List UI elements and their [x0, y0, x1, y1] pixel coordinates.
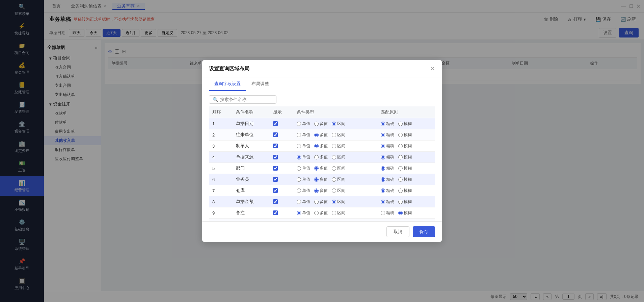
- cell-match-1: 精确模糊: [377, 118, 435, 129]
- type-radio-单值-4[interactable]: [297, 155, 301, 159]
- display-checkbox-7[interactable]: [273, 188, 278, 193]
- cell-order-1: 1: [209, 118, 233, 129]
- type-radio-多值-6[interactable]: [314, 177, 319, 182]
- cell-display-7: [270, 185, 293, 196]
- cell-display-9: [270, 207, 293, 219]
- modal-search-input[interactable]: [220, 97, 273, 102]
- type-radio-区间-9[interactable]: [332, 211, 336, 215]
- type-radio-多值-3[interactable]: [314, 144, 319, 148]
- type-radio-区间-4[interactable]: [332, 155, 336, 159]
- type-radio-单值-7[interactable]: [297, 188, 301, 193]
- cell-match-6: 精确模糊: [377, 174, 435, 185]
- match-radio-模糊-5[interactable]: [398, 166, 403, 171]
- display-checkbox-3[interactable]: [273, 144, 278, 148]
- modal-close-button[interactable]: ✕: [430, 65, 435, 72]
- cell-order-6: 6: [209, 174, 233, 185]
- type-radio-单值-1[interactable]: [297, 122, 301, 126]
- cell-match-8: 精确模糊: [377, 196, 435, 207]
- type-radio-区间-6[interactable]: [332, 177, 336, 182]
- display-checkbox-4[interactable]: [273, 155, 278, 159]
- type-radio-区间-7[interactable]: [332, 188, 336, 193]
- cell-match-4: 精确模糊: [377, 152, 435, 163]
- cell-name-3: 制单人: [233, 141, 270, 152]
- cell-name-5: 部门: [233, 163, 270, 174]
- display-checkbox-8[interactable]: [273, 199, 278, 204]
- modal-search-box: 🔍: [209, 95, 276, 104]
- type-radio-多值-8[interactable]: [314, 200, 319, 204]
- cell-display-5: [270, 163, 293, 174]
- cell-order-9: 9: [209, 207, 233, 219]
- modal-row-9: 9备注单值多值区间精确模糊: [209, 207, 435, 219]
- type-radio-多值-5[interactable]: [314, 166, 319, 171]
- cell-type-8: 单值多值区间: [293, 196, 378, 207]
- type-radio-区间-5[interactable]: [332, 166, 336, 171]
- type-radio-区间-8[interactable]: [332, 200, 336, 204]
- cell-match-9: 精确模糊: [377, 207, 435, 219]
- match-radio-精确-3[interactable]: [381, 144, 385, 148]
- display-checkbox-9[interactable]: [273, 210, 278, 215]
- type-radio-单值-2[interactable]: [297, 133, 301, 137]
- cell-name-6: 业务员: [233, 174, 270, 185]
- type-radio-多值-7[interactable]: [314, 188, 319, 193]
- cell-type-6: 单值多值区间: [293, 174, 378, 185]
- cell-match-3: 精确模糊: [377, 141, 435, 152]
- cell-type-9: 单值多值区间: [293, 207, 378, 219]
- cell-display-3: [270, 141, 293, 152]
- cell-type-2: 单值多值区间: [293, 129, 378, 141]
- match-radio-模糊-6[interactable]: [398, 177, 403, 182]
- type-radio-区间-2[interactable]: [332, 133, 336, 137]
- cell-name-1: 单据日期: [233, 118, 270, 129]
- modal-col-顺序: 顺序: [209, 106, 233, 118]
- type-radio-单值-8[interactable]: [297, 200, 301, 204]
- match-radio-精确-9[interactable]: [381, 211, 385, 215]
- modal-save-button[interactable]: 保存: [413, 226, 435, 237]
- match-radio-精确-4[interactable]: [381, 155, 385, 159]
- modal-row-3: 3制单人单值多值区间精确模糊: [209, 141, 435, 152]
- type-radio-多值-9[interactable]: [314, 211, 319, 215]
- match-radio-模糊-2[interactable]: [398, 133, 403, 137]
- cell-type-1: 单值多值区间: [293, 118, 378, 129]
- match-radio-模糊-4[interactable]: [398, 155, 403, 159]
- type-radio-区间-3[interactable]: [332, 144, 336, 148]
- match-radio-模糊-7[interactable]: [398, 188, 403, 193]
- type-radio-多值-1[interactable]: [314, 122, 319, 126]
- match-radio-精确-1[interactable]: [381, 122, 385, 126]
- modal-tab-fields[interactable]: 查询字段设置: [209, 77, 246, 91]
- match-radio-模糊-1[interactable]: [398, 122, 403, 126]
- modal-row-4: 4单据来源单值多值区间精确模糊: [209, 152, 435, 163]
- modal-row-5: 5部门单值多值区间精确模糊: [209, 163, 435, 174]
- modal-overlay[interactable]: 设置查询区域布局 ✕ 查询字段设置布局调整 🔍 顺序条件名称显示条件类型匹配原则…: [0, 0, 644, 302]
- match-radio-精确-7[interactable]: [381, 188, 385, 193]
- modal-row-2: 2往来单位单值多值区间精确模糊: [209, 129, 435, 141]
- cell-match-5: 精确模糊: [377, 163, 435, 174]
- type-radio-单值-6[interactable]: [297, 177, 301, 182]
- cell-order-8: 8: [209, 196, 233, 207]
- cell-type-5: 单值多值区间: [293, 163, 378, 174]
- match-radio-精确-8[interactable]: [381, 200, 385, 204]
- modal-tab-layout[interactable]: 布局调整: [246, 77, 274, 91]
- match-radio-精确-2[interactable]: [381, 133, 385, 137]
- cell-order-2: 2: [209, 129, 233, 141]
- match-radio-模糊-3[interactable]: [398, 144, 403, 148]
- modal-tabs: 查询字段设置布局调整: [202, 77, 442, 91]
- cell-order-5: 5: [209, 163, 233, 174]
- type-radio-单值-3[interactable]: [297, 144, 301, 148]
- type-radio-区间-1[interactable]: [332, 122, 336, 126]
- match-radio-模糊-9[interactable]: [398, 211, 403, 215]
- display-checkbox-1[interactable]: [273, 121, 278, 126]
- display-checkbox-6[interactable]: [273, 177, 278, 182]
- match-radio-精确-6[interactable]: [381, 177, 385, 182]
- display-checkbox-2[interactable]: [273, 132, 278, 137]
- display-checkbox-5[interactable]: [273, 166, 278, 171]
- match-radio-模糊-8[interactable]: [398, 200, 403, 204]
- cell-name-9: 备注: [233, 207, 270, 219]
- cancel-button[interactable]: 取消: [386, 226, 409, 237]
- type-radio-单值-9[interactable]: [297, 211, 301, 215]
- type-radio-多值-2[interactable]: [314, 133, 319, 137]
- type-radio-多值-4[interactable]: [314, 155, 319, 159]
- cell-name-4: 单据来源: [233, 152, 270, 163]
- cell-name-2: 往来单位: [233, 129, 270, 141]
- type-radio-单值-5[interactable]: [297, 166, 301, 171]
- match-radio-精确-5[interactable]: [381, 166, 385, 171]
- cell-type-4: 单值多值区间: [293, 152, 378, 163]
